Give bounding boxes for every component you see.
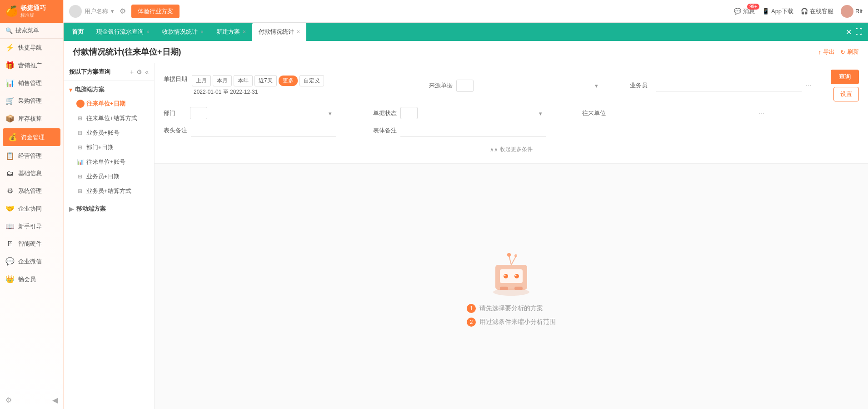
scheme-partner-settle[interactable]: ⊞ 往来单位+结算方式 bbox=[64, 111, 154, 126]
sidebar-item-finance[interactable]: 💰 资金管理 bbox=[3, 128, 60, 146]
sidebar-item-basic-info[interactable]: 🗂 基础信息 bbox=[0, 165, 63, 182]
filter-area: 单据日期 上月 本月 本年 近7天 更多 自定义 bbox=[155, 63, 868, 164]
date-custom-btn[interactable]: 自定义 bbox=[299, 75, 324, 86]
topbar-gear-icon[interactable]: ⚙ bbox=[120, 7, 126, 15]
date-this-year-btn[interactable]: 本年 bbox=[234, 75, 253, 86]
doc-status-select-wrap bbox=[400, 107, 546, 119]
hint2-text: 用过滤条件来缩小分析范围 bbox=[479, 318, 556, 326]
user-profile-btn[interactable]: Rit bbox=[841, 5, 863, 18]
filter-row-3: 表头备注 表体备注 bbox=[164, 125, 859, 136]
settings-icon[interactable]: ⚙ bbox=[5, 396, 12, 404]
scheme-dept-date[interactable]: ⊞ 部门+日期 bbox=[64, 140, 154, 155]
collapse-sidebar-icon[interactable]: ◀ bbox=[52, 396, 58, 404]
staff-dots[interactable]: ··· bbox=[805, 81, 811, 90]
app-download-btn[interactable]: 📱 App下载 bbox=[762, 7, 793, 15]
sidebar-icon-basic-info: 🗂 bbox=[5, 169, 15, 177]
tab-bank-flow-close[interactable]: × bbox=[146, 29, 150, 35]
mobile-section-label: 移动端方案 bbox=[76, 205, 106, 213]
collapse-filter-btn[interactable]: ∧∧ 收起更多条件 bbox=[164, 142, 859, 157]
sidebar-item-sales[interactable]: 📊 销售管理 bbox=[0, 74, 63, 92]
scheme-table3-icon: ⊞ bbox=[76, 144, 84, 151]
body-note-label: 表体备注 bbox=[373, 126, 397, 135]
sidebar-item-hardware[interactable]: 🖥 智能硬件 bbox=[0, 235, 63, 252]
user-display-name: Rit bbox=[855, 8, 863, 15]
logo-area: 🍊 畅捷通巧 标准版 bbox=[0, 0, 63, 23]
date-more-btn[interactable]: 更多 bbox=[279, 76, 298, 86]
sidebar-icon-purchase: 🛒 bbox=[5, 96, 15, 105]
sidebar-item-marketing[interactable]: 🎁 营销推广 bbox=[0, 56, 63, 74]
scheme-staff-date-label: 业务员+日期 bbox=[86, 172, 120, 181]
svg-rect-2 bbox=[500, 269, 523, 283]
desktop-section-header[interactable]: ▾ 电脑端方案 bbox=[64, 83, 154, 96]
scheme-partner-date[interactable]: 往来单位+日期 bbox=[64, 96, 154, 111]
body-note-input[interactable] bbox=[400, 125, 546, 136]
search-label: 搜索菜单 bbox=[15, 26, 39, 35]
svg-point-6 bbox=[515, 274, 517, 276]
sidebar-item-member[interactable]: 👑 畅会员 bbox=[0, 270, 63, 288]
sidebar-item-enterprise[interactable]: 🤝 企业协同 bbox=[0, 200, 63, 217]
query-btn[interactable]: 查询 bbox=[831, 70, 859, 84]
sidebar-icon-member: 👑 bbox=[5, 275, 15, 283]
tab-expand-btn[interactable]: ⛶ bbox=[855, 28, 863, 36]
trial-btn[interactable]: 体验行业方案 bbox=[131, 5, 180, 18]
sidebar-item-operation[interactable]: 📋 经营管理 bbox=[0, 147, 63, 165]
sidebar-label-marketing: 营销推广 bbox=[18, 61, 42, 70]
date-last-7days-btn[interactable]: 近7天 bbox=[254, 75, 277, 86]
source-doc-select[interactable] bbox=[456, 80, 474, 92]
sidebar-item-system[interactable]: ⚙ 系统管理 bbox=[0, 182, 63, 200]
tab-new-scheme-close[interactable]: × bbox=[243, 29, 246, 35]
user-dropdown-icon[interactable]: ▾ bbox=[111, 8, 114, 15]
tab-bank-flow[interactable]: 现金银行流水查询 × bbox=[90, 23, 156, 41]
empty-illustration bbox=[479, 247, 543, 297]
sidebar-item-inventory[interactable]: 📦 库存核算 bbox=[0, 110, 63, 127]
sidebar-item-wechat[interactable]: 💬 企业微信 bbox=[0, 252, 63, 270]
scheme-settings-btn[interactable]: ⚙ bbox=[136, 68, 142, 76]
scheme-table-icon: ⊞ bbox=[76, 115, 84, 121]
search-menu[interactable]: 🔍 搜索菜单 bbox=[0, 23, 63, 39]
scheme-partner-account[interactable]: 📊 往来单位+账号 bbox=[64, 155, 154, 169]
scheme-staff-date[interactable]: ⊞ 业务员+日期 bbox=[64, 169, 154, 184]
sidebar-icon-quick-nav: ⚡ bbox=[5, 43, 15, 52]
filter-row-1: 单据日期 上月 本月 本年 近7天 更多 自定义 bbox=[164, 70, 859, 101]
scheme-staff-settle[interactable]: ⊞ 业务员+结算方式 bbox=[64, 184, 154, 198]
tab-receipt-stats-close[interactable]: × bbox=[200, 29, 204, 35]
staff-input[interactable] bbox=[656, 80, 802, 91]
export-btn[interactable]: ↑ 导出 bbox=[818, 48, 835, 56]
tab-payment-stats-close[interactable]: × bbox=[297, 29, 300, 35]
service-label: 在线客服 bbox=[810, 7, 833, 15]
svg-line-7 bbox=[509, 256, 511, 265]
date-last-month-btn[interactable]: 上月 bbox=[192, 75, 211, 86]
tab-new-scheme[interactable]: 新建方案 × bbox=[210, 23, 252, 41]
scheme-staff-account[interactable]: ⊞ 业务员+账号 bbox=[64, 126, 154, 140]
tab-close-all-btn[interactable]: ✕ bbox=[846, 28, 852, 36]
tab-payment-stats[interactable]: 付款情况统计 × bbox=[252, 23, 306, 41]
partner-input[interactable] bbox=[609, 107, 755, 119]
sidebar-label-guide: 新手引导 bbox=[18, 222, 42, 231]
user-name: 用户名称 bbox=[85, 7, 108, 15]
sidebar-item-quick-nav[interactable]: ⚡ 快捷导航 bbox=[0, 39, 63, 56]
refresh-btn[interactable]: ↻ 刷新 bbox=[840, 48, 859, 56]
online-service-btn[interactable]: 🎧 在线客服 bbox=[801, 7, 833, 15]
tab-receipt-stats[interactable]: 收款情况统计 × bbox=[156, 23, 210, 41]
sidebar-icon-system: ⚙ bbox=[5, 187, 15, 195]
filter-settings-btn[interactable]: 设置 bbox=[833, 87, 859, 101]
svg-point-9 bbox=[507, 253, 511, 257]
header-note-input[interactable] bbox=[191, 125, 336, 136]
partner-dots[interactable]: ··· bbox=[758, 109, 764, 117]
query-settings-col: 查询 设置 bbox=[831, 70, 859, 101]
tab-home[interactable]: 首页 bbox=[65, 23, 90, 41]
sidebar-icon-inventory: 📦 bbox=[5, 114, 15, 123]
dept-select[interactable] bbox=[190, 107, 207, 119]
mobile-section-header[interactable]: ▶ 移动端方案 bbox=[64, 202, 154, 216]
date-this-month-btn[interactable]: 本月 bbox=[213, 75, 232, 86]
messages-btn[interactable]: 💬 消息 99+ bbox=[734, 7, 755, 15]
main-area: 用户名称 ▾ ⚙ 体验行业方案 💬 消息 99+ 📱 App下载 🎧 在线客服 … bbox=[64, 0, 868, 409]
add-scheme-btn[interactable]: + bbox=[130, 68, 134, 76]
doc-status-select[interactable] bbox=[400, 107, 418, 119]
scheme-partner-settle-label: 往来单位+结算方式 bbox=[86, 114, 137, 122]
sidebar: 🍊 畅捷通巧 标准版 🔍 搜索菜单 ⚡ 快捷导航🎁 营销推广📊 销售管理🛒 采购… bbox=[0, 0, 64, 409]
left-panel-collapse-btn[interactable]: « bbox=[145, 68, 149, 76]
active-scheme-icon bbox=[76, 100, 84, 108]
sidebar-item-guide[interactable]: 📖 新手引导 bbox=[0, 217, 63, 235]
sidebar-item-purchase[interactable]: 🛒 采购管理 bbox=[0, 92, 63, 110]
